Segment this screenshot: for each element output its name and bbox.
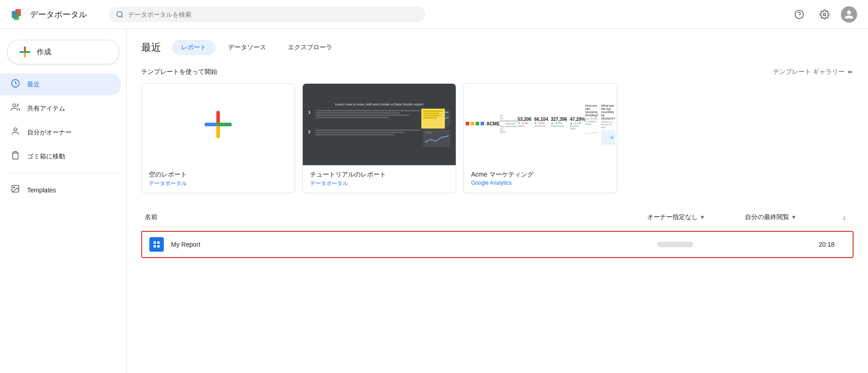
tab-datasources[interactable]: データソース <box>219 40 275 55</box>
last-view-dropdown-arrow: ▼ <box>791 214 796 220</box>
template-card-acme[interactable]: ACME Jul 18, 2016 - Aug 18, 2016 Marketi… <box>463 83 617 193</box>
tutorial-card-name: チュートリアルのレポート <box>310 171 448 179</box>
people-icon <box>11 103 20 114</box>
tutorial-card-preview: Learn how to view, edit and create a Dat… <box>303 84 456 165</box>
sidebar-item-owned[interactable]: 自分がオーナー <box>0 121 121 143</box>
main-layout: 作成 最近 共有アイテム <box>0 29 868 373</box>
clock-icon <box>11 79 20 90</box>
col-owner-header[interactable]: オーナー指定なし ▼ <box>647 213 738 221</box>
svg-rect-27 <box>157 245 160 248</box>
user-icon <box>844 10 854 19</box>
report-icon <box>149 237 164 252</box>
tab-reports-active[interactable]: レポート <box>172 40 215 55</box>
blank-card-name: 空のレポート <box>149 171 287 179</box>
svg-rect-28 <box>153 245 156 248</box>
blank-card-info: 空のレポート データポータル <box>142 165 295 193</box>
acme-card-source: Google Analytics <box>471 180 610 186</box>
template-cards: 空のレポート データポータル Learn how to view, edit a… <box>141 83 854 193</box>
acme-subtitle: Marketing Website Summary <box>506 120 517 128</box>
template-card-tutorial[interactable]: Learn how to view, edit and create a Dat… <box>302 83 456 193</box>
logo-area: データポータル <box>11 7 101 22</box>
sidebar-divider <box>7 173 119 173</box>
report-owner-cell <box>657 242 748 247</box>
person-icon <box>11 127 20 138</box>
col-name-header: 名前 <box>141 213 640 221</box>
sidebar-item-label-recent: 最近 <box>27 81 40 89</box>
svg-rect-26 <box>157 241 160 244</box>
header-actions <box>790 5 857 24</box>
image-icon <box>11 184 20 196</box>
sort-button[interactable]: ↓ <box>843 214 854 221</box>
sidebar-item-label-shared: 共有アイテム <box>27 105 65 113</box>
sidebar-item-label-owned: 自分がオーナー <box>27 129 72 137</box>
tutorial-heading: Learn how to view, edit and create a Dat… <box>308 102 450 106</box>
trash-icon <box>11 151 20 162</box>
tab-explorer[interactable]: エクスプローラ <box>279 40 341 55</box>
table-header-row: 名前 オーナー指定なし ▼ 自分の最終閲覧 ▼ ↓ <box>141 208 854 227</box>
step2-num: 2 <box>308 129 313 147</box>
report-row[interactable]: My Report 20:18 <box>141 231 854 258</box>
sidebar-item-shared[interactable]: 共有アイテム <box>0 97 121 120</box>
svg-line-4 <box>121 16 123 17</box>
svg-point-15 <box>13 104 16 107</box>
blank-card-preview <box>142 84 295 165</box>
app-title: データポータル <box>30 9 87 20</box>
tutorial-card-info: チュートリアルのレポート データポータル <box>303 165 456 193</box>
acme-card-info: Acme マーケティング Google Analytics <box>464 165 617 191</box>
sidebar: 作成 最近 共有アイテム <box>0 29 127 373</box>
acme-date: Jul 18, 2016 - Aug 18, 2016 <box>500 114 506 133</box>
owner-blurred <box>657 242 693 247</box>
acme-card-preview: ACME Jul 18, 2016 - Aug 18, 2016 Marketi… <box>464 84 617 165</box>
blank-card-source: データポータル <box>149 180 287 187</box>
svg-point-16 <box>14 128 17 131</box>
create-button[interactable]: 作成 <box>7 40 119 64</box>
gallery-link-label: テンプレート ギャラリー <box>773 68 844 76</box>
template-section-header: テンプレートを使って開始 テンプレート ギャラリー <box>141 68 854 76</box>
template-card-blank[interactable]: 空のレポート データポータル <box>141 83 295 193</box>
search-icon <box>116 10 124 19</box>
report-last-viewed: 20:18 <box>755 241 845 248</box>
help-icon <box>794 10 804 19</box>
acme-card-name: Acme マーケティング <box>471 171 610 179</box>
content-area: 最近 レポート レポート データソース エクスプローラ テンプレートを使って開始… <box>127 29 868 373</box>
svg-point-3 <box>117 11 122 17</box>
sidebar-item-label-templates: Templates <box>27 186 56 194</box>
sidebar-item-trash[interactable]: ゴミ箱に移動 <box>0 145 121 167</box>
header: データポータル <box>0 0 868 29</box>
col-last-view-header[interactable]: 自分の最終閲覧 ▼ <box>745 213 835 221</box>
svg-rect-25 <box>153 241 156 244</box>
sidebar-item-recent[interactable]: 最近 <box>0 73 121 96</box>
svg-point-7 <box>823 13 826 16</box>
help-button[interactable] <box>790 5 808 24</box>
settings-button[interactable] <box>816 5 834 24</box>
report-name: My Report <box>171 241 650 248</box>
tabs-row: 最近 レポート レポート データソース エクスプローラ <box>141 40 854 55</box>
svg-point-18 <box>14 187 14 188</box>
sidebar-item-label-trash: ゴミ箱に移動 <box>27 153 65 161</box>
template-section-title: テンプレートを使って開始 <box>141 68 217 76</box>
section-title: 最近 <box>141 41 161 54</box>
tutorial-sticky-note <box>421 109 445 129</box>
svg-rect-2 <box>14 13 19 20</box>
owner-dropdown-arrow: ▼ <box>700 214 705 220</box>
sidebar-item-templates[interactable]: Templates <box>0 179 121 201</box>
search-bar[interactable] <box>109 7 425 22</box>
blank-plus-icon <box>202 108 234 141</box>
plus-icon <box>19 46 31 58</box>
logo-icon <box>11 7 25 22</box>
chevron-up-down-icon <box>846 68 854 76</box>
step1-num: 1 <box>308 110 313 127</box>
search-input[interactable] <box>128 11 418 18</box>
gear-icon <box>820 10 830 19</box>
avatar[interactable] <box>841 6 857 23</box>
template-gallery-link[interactable]: テンプレート ギャラリー <box>773 68 854 76</box>
create-label: 作成 <box>37 48 51 57</box>
tutorial-card-source: データポータル <box>310 180 448 187</box>
